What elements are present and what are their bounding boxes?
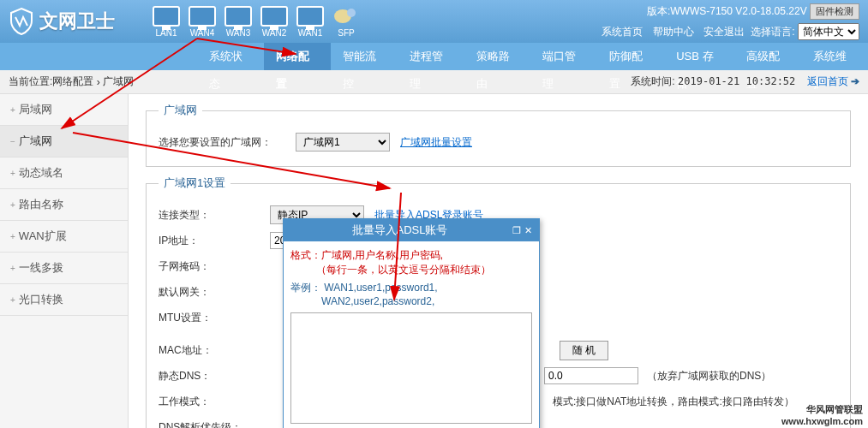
dialog-example-label: 举例： (290, 282, 321, 294)
wan-select-fieldset: 广域网 选择您要设置的广域网： 广域网1 广域网批量设置 (146, 103, 851, 167)
dns-note: （放弃广域网获取的DNS） (647, 369, 771, 383)
dialog-format: 格式：广域网,用户名称,用户密码, (290, 248, 532, 263)
nav-port[interactable]: 端口管理 (530, 43, 597, 70)
sidebar-item-wan-ext[interactable]: +WAN扩展 (0, 221, 128, 253)
adsl-textarea[interactable] (290, 312, 532, 424)
nav-policy-route[interactable]: 策略路由 (464, 43, 531, 70)
sidebar-item-route-name[interactable]: +路由名称 (0, 189, 128, 221)
breadcrumb-label: 当前位置: (9, 74, 52, 89)
nav-process[interactable]: 进程管理 (398, 43, 464, 70)
sidebar-item-lan[interactable]: +局域网 (0, 94, 128, 126)
adsl-import-dialog: 批量导入ADSL账号 ❐ ✕ 格式：广域网,用户名称,用户密码, （每行一条，以… (283, 218, 540, 428)
dns-input[interactable] (544, 367, 638, 384)
systime-label: 系统时间: (631, 75, 674, 87)
plus-icon: + (10, 295, 15, 305)
breadcrumb-0[interactable]: 网络配置 (52, 74, 93, 89)
dialog-format2: （每行一条，以英文逗号分隔和结束） (290, 263, 532, 277)
iface-wan4[interactable]: WAN4 (185, 6, 219, 38)
wan-batch-link[interactable]: 广域网批量设置 (400, 135, 472, 150)
minus-icon: − (10, 137, 15, 146)
dns-label: 静态DNS： (159, 369, 270, 383)
lang-select[interactable]: 简体中文 (798, 23, 859, 40)
breadcrumb-1: 广域网 (103, 74, 134, 89)
svg-point-1 (347, 9, 356, 17)
sidebar-item-ddns[interactable]: +动态域名 (0, 158, 128, 189)
nav-defense[interactable]: 防御配置 (597, 43, 664, 70)
mode-note: 模式:接口做NAT地址转换，路由模式:接口路由转发） (553, 395, 794, 409)
link-help[interactable]: 帮助中心 (653, 26, 694, 38)
plus-icon: + (10, 232, 15, 241)
shield-icon (9, 7, 34, 36)
nav-advanced[interactable]: 高级配置 (734, 43, 801, 70)
dialog-close-icon[interactable]: ✕ (524, 225, 532, 236)
systime-value: 2019-01-21 10:32:52 (678, 75, 795, 87)
iface-sfp[interactable]: SFP (329, 6, 363, 38)
nav-network-config[interactable]: 网络配置 (264, 43, 331, 70)
dialog-restore-icon[interactable]: ❐ (512, 225, 521, 236)
wan-select-legend: 广域网 (159, 103, 202, 118)
gw-label: 默认网关： (159, 285, 270, 300)
wan-select-label: 选择您要设置的广域网： (159, 135, 296, 150)
iface-wan3[interactable]: WAN3 (221, 6, 255, 38)
plus-icon: + (10, 169, 15, 178)
firmware-check-button[interactable]: 固件检测 (810, 3, 859, 20)
wan-select[interactable]: 广域网1 (296, 133, 390, 152)
arrow-right-icon: ➔ (851, 75, 859, 87)
mode-label: 工作模式： (159, 395, 270, 409)
wan1-legend: 广域网1设置 (159, 175, 230, 191)
dialog-example1: WAN1,user1,password1, (324, 282, 437, 294)
brand-logo: 文网卫士 (9, 7, 115, 36)
dns-pri-label: DNS解析优先级： (159, 420, 270, 429)
plus-icon: + (10, 264, 15, 273)
link-logout[interactable]: 安全退出 (703, 26, 745, 38)
sidebar-item-multidial[interactable]: +一线多拨 (0, 253, 128, 284)
iface-wan1[interactable]: WAN1 (293, 6, 327, 38)
sfp-icon (332, 6, 360, 27)
plus-icon: + (10, 105, 15, 115)
dialog-title: 批量导入ADSL账号 (290, 223, 509, 238)
mtu-label: MTU设置： (159, 311, 270, 325)
version-text: 版本:WWWS-7150 V2.0-18.05.22V (647, 5, 807, 17)
lang-label: 选择语言: (751, 26, 794, 38)
conn-type-label: 连接类型： (159, 208, 270, 223)
nav-traffic[interactable]: 智能流控 (331, 43, 398, 70)
back-home-link[interactable]: 返回首页 (807, 75, 848, 87)
watermark: 华风网管联盟 www.hxwglm.com (781, 403, 863, 426)
nav-system-status[interactable]: 系统状态 (197, 43, 264, 70)
sidebar-item-wan[interactable]: −广域网 (0, 126, 128, 158)
interface-strip: LAN1 WAN4 WAN3 WAN2 WAN1 SFP (149, 6, 363, 38)
iface-wan2[interactable]: WAN2 (257, 6, 291, 38)
link-home[interactable]: 系统首页 (602, 26, 643, 38)
ip-label: IP地址： (159, 234, 270, 248)
dialog-example2: WAN2,user2,password2, (290, 295, 434, 307)
mask-label: 子网掩码： (159, 259, 270, 274)
mac-random-button[interactable]: 随 机 (560, 341, 608, 360)
brand-text: 文网卫士 (39, 9, 115, 34)
nav-usb[interactable]: USB 存储 (664, 43, 734, 70)
mac-label: MAC地址： (159, 343, 270, 358)
iface-lan1[interactable]: LAN1 (149, 6, 183, 38)
plus-icon: + (10, 200, 15, 210)
sidebar-item-optical[interactable]: +光口转换 (0, 284, 128, 316)
nav-maintain[interactable]: 系统维护 (801, 43, 868, 70)
